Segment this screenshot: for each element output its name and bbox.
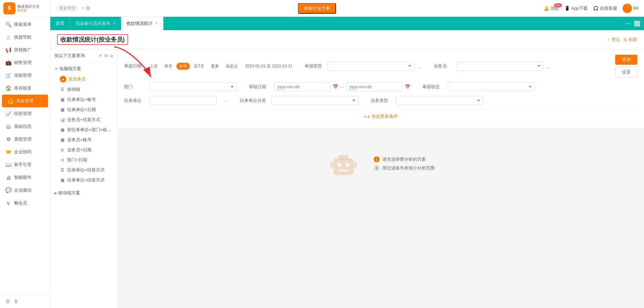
- panel-header-icons: + ⚙ «: [99, 53, 113, 59]
- tab-maximize-icon[interactable]: ⬜: [634, 20, 641, 27]
- service-item[interactable]: 🎧 在线客服: [593, 5, 617, 11]
- tree-item-partner-date[interactable]: ▦ 往来单位+日期: [50, 105, 117, 115]
- list-icon-2: ☰: [60, 168, 65, 172]
- guide-icon: 📖: [5, 162, 11, 168]
- tree-item-partner-settlement-1[interactable]: ☰ 往来单位+结算方式: [50, 165, 117, 175]
- settings-button[interactable]: 设置: [615, 67, 637, 78]
- tree-item-by-salesperson[interactable]: ● 按业务员: [50, 74, 117, 85]
- purchase-icon: 🛒: [5, 72, 11, 79]
- tab-cash-flow[interactable]: 现金银行流水查询 ×: [70, 17, 121, 30]
- date-shortcut-more[interactable]: 更多: [208, 63, 222, 70]
- date-shortcut-custom[interactable]: 自定义: [223, 63, 240, 70]
- notification-item[interactable]: 🔔 消息 99+: [544, 5, 559, 11]
- salesperson-more-icon[interactable]: …: [546, 64, 551, 69]
- hardware-icon: 🖨: [5, 175, 11, 181]
- tab-minimize-icon[interactable]: —: [625, 20, 631, 27]
- date-shortcut-7days[interactable]: 近7天: [191, 63, 207, 70]
- topbar-promo-area: 体验行业方案: [298, 3, 336, 14]
- sidebar-item-basic[interactable]: 🗂 基础信息: [0, 120, 50, 133]
- sidebar-item-purchase[interactable]: 🛒 采购管理: [0, 69, 50, 82]
- download-item[interactable]: 📱 App下载: [565, 5, 588, 11]
- sidebar-item-sales[interactable]: 💼 销售管理: [0, 56, 50, 69]
- tab-close-collection[interactable]: ×: [155, 21, 158, 26]
- collapse-footer-icon[interactable]: ⏸: [13, 299, 19, 305]
- date-shortcuts: 上月 本月 本年 近7天 更多 自定义: [147, 63, 240, 70]
- topbar: 资金管理 ▼ ⚙ 体验行业方案 🔔 消息 99+ 📱 App下载 🎧 在线客服 …: [50, 0, 644, 17]
- tree-item-salesperson-account[interactable]: ▦ 业务员+账号: [50, 135, 117, 145]
- tree-group-mobile-title[interactable]: ▶ 移动端方案: [50, 188, 117, 198]
- sidebar-item-hardware[interactable]: 🖨 智能硬件: [0, 171, 50, 184]
- panel-settings-icon[interactable]: ⚙: [104, 53, 108, 58]
- doctype-select[interactable]: [327, 62, 415, 71]
- tree-item-partner-settlement-2[interactable]: ▦ 往来单位+结算方式: [50, 175, 117, 185]
- tree-item-salesperson-date[interactable]: ⊙ 业务员+日期: [50, 145, 117, 155]
- sidebar-item-system[interactable]: ⚙ 系统管理: [0, 133, 50, 146]
- step-2-label: 用过滤条件来缩小分析范围: [382, 165, 435, 171]
- svg-point-3: [345, 163, 350, 167]
- sidebar-item-marketing[interactable]: 📢 营销推广: [0, 44, 50, 56]
- date-shortcut-last-month[interactable]: 上月: [147, 63, 160, 70]
- tab-collection[interactable]: 收款情况统计 ×: [121, 17, 163, 30]
- panel-collapse-icon[interactable]: «: [110, 53, 113, 58]
- sidebar-item-search[interactable]: 🔍 搜索菜单: [0, 18, 50, 31]
- sidebar-item-operations[interactable]: 📈 经营管理: [0, 107, 50, 120]
- finance-icon: 💰: [7, 98, 13, 104]
- collapse-bar[interactable]: ∧∧ 收起更多条件: [124, 110, 637, 123]
- tab-home[interactable]: 首页: [50, 17, 70, 30]
- sidebar-item-member[interactable]: V 畅会员: [0, 197, 50, 209]
- sidebar-item-finance[interactable]: 💰 资金管理: [2, 95, 48, 107]
- svg-rect-4: [338, 169, 348, 171]
- tab-close-cash-flow[interactable]: ×: [113, 21, 115, 26]
- settings-footer-icon[interactable]: ⚙: [5, 298, 10, 305]
- topbar-left: 资金管理 ▼: [56, 5, 86, 12]
- logo-text: 畅捷通好生意 标准版: [17, 4, 40, 13]
- business-type-select[interactable]: [396, 96, 483, 105]
- sidebar-item-enterprise[interactable]: 🤝 企业协同: [0, 146, 50, 158]
- member-icon: V: [5, 200, 11, 206]
- doc-status-select[interactable]: [448, 82, 535, 91]
- main-content: 收款情况统计(按业务员) ↑ 导出 ↻ 刷新 按以下方案查询 + ⚙ «: [50, 30, 644, 308]
- sidebar-item-inventory[interactable]: 🏠 库存核算: [0, 82, 50, 95]
- tree-item-partner-dept-collect[interactable]: ▦ 按往来单位+部门+收...: [50, 125, 117, 135]
- review-date-to[interactable]: [346, 83, 403, 91]
- date-shortcut-this-year[interactable]: 本年: [176, 63, 190, 70]
- sidebar-item-quick[interactable]: ⌂ 快捷导航: [0, 31, 50, 44]
- user-item[interactable]: Rit: [623, 4, 639, 13]
- review-date-from[interactable]: [274, 83, 331, 91]
- svg-rect-1: [338, 155, 348, 160]
- calendar-icon-2: 📅: [405, 84, 410, 89]
- date-shortcut-this-month[interactable]: 本月: [162, 63, 175, 70]
- refresh-button[interactable]: ↻ 刷新: [624, 37, 637, 43]
- salesperson-select[interactable]: [457, 62, 544, 71]
- collapse-label: 收起更多条件: [372, 113, 398, 119]
- empty-steps: 1 请先选择要分析的方案 2 用过滤条件来缩小分析范围: [374, 156, 435, 174]
- tree-item-salesperson-settlement[interactable]: 📊 业务员+结算方式: [50, 115, 117, 125]
- tree-collapse-icon: ▶: [54, 191, 57, 195]
- counterpart-category-select[interactable]: [271, 96, 359, 105]
- tree-item-partner-account[interactable]: ▦ 往来单位+账号: [50, 95, 117, 105]
- dept-select[interactable]: [150, 82, 237, 91]
- panel-add-icon[interactable]: +: [99, 53, 102, 59]
- table-icon-2: ▦: [60, 107, 65, 112]
- sidebar-item-guide[interactable]: 📖 新手引导: [0, 158, 50, 171]
- topbar-gear-icon[interactable]: ⚙: [86, 5, 90, 11]
- tree-group-desktop-title[interactable]: ▼ 电脑端方案: [50, 64, 117, 74]
- counterpart-more-icon[interactable]: …: [223, 98, 228, 103]
- counterpart-input[interactable]: [150, 96, 217, 105]
- list-icon: ☰: [60, 87, 65, 92]
- doctype-more-icon[interactable]: …: [417, 64, 422, 69]
- svg-rect-0: [333, 158, 354, 175]
- query-button[interactable]: 查询: [615, 55, 637, 65]
- notification-icon: 🔔: [544, 6, 549, 11]
- sidebar-item-wechat[interactable]: 💬 企业微信: [0, 184, 50, 197]
- date-range-display: 2023-01-01 至 2023-12-31: [245, 63, 292, 69]
- tree-item-by-detail[interactable]: ☰ 按明细: [50, 85, 117, 95]
- step-num-1: 1: [374, 156, 380, 162]
- tree-item-dept-date[interactable]: ⊙ 部门+日期: [50, 155, 117, 165]
- panel-header: 按以下方案查询 + ⚙ «: [50, 49, 117, 62]
- counterpart-category-label: 往来单位分类: [240, 98, 266, 104]
- export-button[interactable]: ↑ 导出: [608, 37, 621, 43]
- step-num-2: 2: [374, 165, 380, 171]
- promo-button[interactable]: 体验行业方案: [298, 3, 336, 14]
- page-title-box: 收款情况统计(按业务员): [57, 34, 128, 45]
